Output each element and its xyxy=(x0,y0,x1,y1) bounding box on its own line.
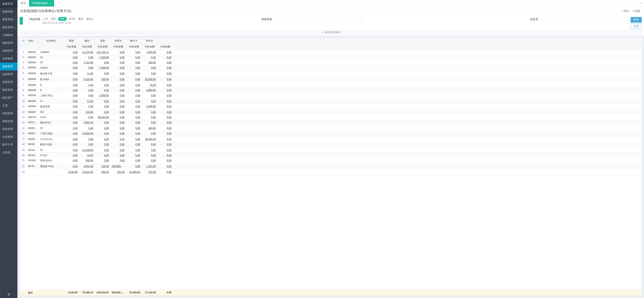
amount-cell[interactable]: 0.00 xyxy=(142,131,157,136)
amount-cell[interactable]: 0.00 xyxy=(126,77,142,82)
sidebar-item-14[interactable]: 经营管理 xyxy=(0,110,18,117)
amount-cell[interactable]: 0.00 xyxy=(126,142,142,147)
amount-cell[interactable]: 1,020.00 xyxy=(94,55,110,60)
table-row[interactable]: 11000064是是是是0.000.000.000.000.002,400.00… xyxy=(20,104,642,110)
amount-cell[interactable]: 0.00 xyxy=(157,164,173,169)
amount-cell[interactable]: 0.00 xyxy=(110,82,126,88)
table-row[interactable]: 1300007411190.000.0099,042.500.000.000.0… xyxy=(20,115,642,120)
amount-cell[interactable]: 0.00 xyxy=(157,120,173,126)
amount-cell[interactable]: 0.00 xyxy=(157,110,173,114)
amount-cell[interactable]: 0.00 xyxy=(63,77,79,82)
amount-cell[interactable]: 0.00 xyxy=(94,71,110,76)
amount-cell[interactable]: 0.00 xyxy=(157,158,173,164)
amount-cell[interactable]: 0.00 xyxy=(126,131,142,136)
amount-cell[interactable]: 0.00 xyxy=(63,71,79,76)
amount-cell[interactable]: 0.00 xyxy=(157,77,173,82)
sidebar-item-16[interactable]: 系统管理 xyxy=(0,125,18,133)
amount-cell[interactable]: 0.00 xyxy=(79,126,94,130)
amount-cell[interactable]: 0.00 xyxy=(79,136,94,142)
amount-cell[interactable]: 0.00 xyxy=(63,55,79,60)
amount-cell[interactable]: 0.00 xyxy=(126,93,142,98)
date-chip-3[interactable]: 近7天 xyxy=(68,17,76,21)
amount-cell[interactable]: 0.00 xyxy=(126,148,142,152)
settings-button[interactable]: 设置 xyxy=(630,24,642,29)
amount-cell[interactable]: 0.00 xyxy=(110,110,126,114)
table-row[interactable]: 1400010001测试单位20.009,603.140.000.000.000… xyxy=(20,120,642,126)
expand-filters[interactable]: ⌄ 展开更多条件 xyxy=(20,30,642,35)
amount-cell[interactable]: 0.00 xyxy=(63,136,79,142)
sidebar-item-2[interactable]: 零售管理▸ xyxy=(0,16,18,24)
amount-cell[interactable]: 1,000.00 xyxy=(94,65,110,71)
table-row[interactable]: 8000009B0.000.000.000.000.004,860.000.00 xyxy=(20,88,642,93)
amount-cell[interactable]: 0.00 xyxy=(79,65,94,71)
amount-cell[interactable]: 100.00 xyxy=(142,60,157,65)
amount-cell[interactable]: 0.00 xyxy=(126,55,142,60)
amount-cell[interactable]: 10.00 xyxy=(79,153,94,158)
table-row[interactable]: 6000006客户6660.005,010.00180.000.000.0025… xyxy=(20,77,642,82)
table-row[interactable]: 2000140027111190.0010.000.000.000.000.00… xyxy=(20,153,642,158)
amount-cell[interactable]: 99,042.50 xyxy=(94,115,110,120)
amount-cell[interactable]: 4,041.00 xyxy=(79,164,94,169)
amount-cell[interactable]: 0.00 xyxy=(157,93,173,98)
amount-cell[interactable]: 0.00 xyxy=(63,65,79,71)
amount-cell[interactable]: 0.00 xyxy=(63,115,79,120)
table-row[interactable]: 100000111000010.0012,132.00141,158.110.0… xyxy=(20,50,642,55)
amount-cell[interactable]: 0.00 xyxy=(63,50,79,54)
amount-cell[interactable]: 0.00 xyxy=(157,55,173,60)
amount-cell[interactable]: 12,132.00 xyxy=(79,50,94,54)
amount-cell[interactable]: 0.00 xyxy=(79,142,94,147)
amount-cell[interactable]: 0.00 xyxy=(126,136,142,142)
amount-cell[interactable]: 0.00 xyxy=(126,82,142,88)
amount-cell[interactable]: 3,000.00 xyxy=(94,93,110,98)
amount-cell[interactable]: 0.00 xyxy=(94,126,110,130)
table-row[interactable]: 233,100.0013,619.00980.00101.0031,040.00… xyxy=(20,170,642,174)
amount-cell[interactable]: 0.00 xyxy=(157,136,173,142)
amount-cell[interactable]: 600.00 xyxy=(79,158,94,164)
amount-cell[interactable]: 0.00 xyxy=(110,120,126,126)
sidebar-item-15[interactable]: 基础信息 xyxy=(0,117,18,125)
tab-home[interactable]: 首页 xyxy=(18,0,29,6)
amount-cell[interactable]: 0.00 xyxy=(110,131,126,136)
amount-cell[interactable]: 0.00 xyxy=(157,142,173,147)
amount-cell[interactable]: 0.00 xyxy=(142,148,157,152)
amount-cell[interactable]: 0.00 xyxy=(126,71,142,76)
table-row[interactable]: 1500020002230.000.000.000.000.00440.000.… xyxy=(20,126,642,131)
sidebar-item-13[interactable]: 工资 xyxy=(0,102,18,110)
amount-cell[interactable]: 0.00 xyxy=(94,158,110,164)
amount-cell[interactable]: 0.00 xyxy=(142,142,157,147)
table-row[interactable]: 9000030上海天天玩...0.000.003,000.000.000.000… xyxy=(20,93,642,98)
sidebar-item-12[interactable]: 固定资产 xyxy=(0,94,18,102)
query-button[interactable]: 查询 xyxy=(630,17,642,22)
amount-cell[interactable]: 0.00 xyxy=(157,115,173,120)
amount-cell[interactable]: 0.00 xyxy=(79,104,94,109)
amount-cell[interactable]: 0.00 xyxy=(157,88,173,92)
sidebar-settings[interactable]: ⚙ xyxy=(0,291,18,298)
table-row[interactable]: 1700030002111111111...0.000.000.000.000.… xyxy=(20,136,642,142)
sidebar-item-1[interactable]: 快捷导航 xyxy=(0,8,18,16)
amount-cell[interactable]: 0.00 xyxy=(110,142,126,147)
amount-cell[interactable]: 0.00 xyxy=(126,98,142,104)
table-row[interactable]: 10000046130.0011.000.000.000.000.000.00 xyxy=(20,98,642,104)
amount-cell[interactable]: 0.00 xyxy=(63,88,79,92)
sidebar-item-11[interactable]: 税务管理 xyxy=(0,86,18,94)
amount-cell[interactable]: 9,603.14 xyxy=(79,120,94,126)
sidebar-item-10[interactable]: 发票管理 xyxy=(0,78,18,86)
amount-cell[interactable]: 0.00 xyxy=(63,98,79,104)
amount-cell[interactable]: 0.00 xyxy=(63,104,79,109)
amount-cell[interactable]: 0.00 xyxy=(126,60,142,65)
amount-cell[interactable]: 0.00 xyxy=(126,158,142,164)
sidebar-item-0[interactable]: 搜索菜单 xyxy=(0,0,18,8)
amount-cell[interactable]: 0.00 xyxy=(110,153,126,158)
amount-cell[interactable]: 440.00 xyxy=(142,126,157,130)
sidebar-item-4[interactable]: 小畅电商 xyxy=(0,31,18,39)
amount-cell[interactable]: 0.00 xyxy=(79,115,94,120)
amount-cell[interactable]: 0.00 xyxy=(63,93,79,98)
table-row[interactable]: 40000041918台0.000.001,000.000.000.000.00… xyxy=(20,65,642,71)
amount-cell[interactable]: 0.00 xyxy=(157,65,173,71)
tab-active[interactable]: 付款情况统计 × xyxy=(29,0,54,6)
amount-cell[interactable]: 10,000.00 xyxy=(79,131,94,136)
amount-cell[interactable]: 0.00 xyxy=(94,142,110,147)
amount-cell[interactable]: 0.00 xyxy=(157,71,173,76)
amount-cell[interactable]: 0.00 xyxy=(63,126,79,130)
amount-cell[interactable]: 0.00 xyxy=(63,120,79,126)
